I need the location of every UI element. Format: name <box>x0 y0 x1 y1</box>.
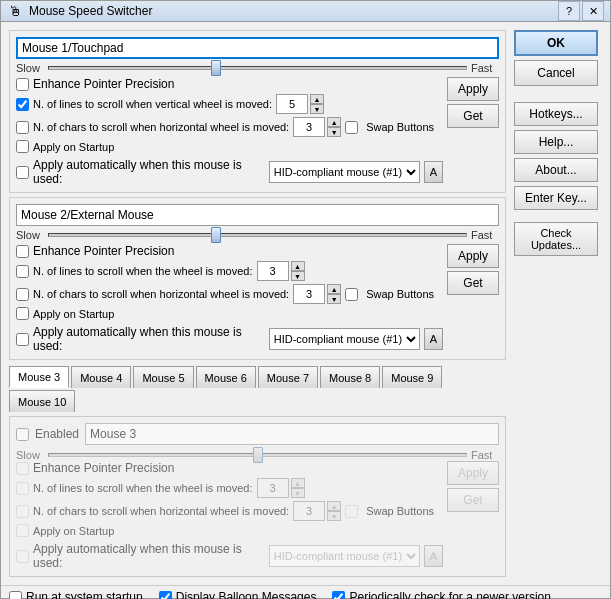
tab-mouse3[interactable]: Mouse 3 <box>9 366 69 388</box>
periodic-checkbox[interactable] <box>332 591 345 600</box>
mouse2-slow-label: Slow <box>16 229 44 241</box>
mouse3-enabled-checkbox[interactable] <box>16 428 29 441</box>
mouse3-fields: Enhance Pointer Precision N. of lines to… <box>16 461 443 570</box>
mouse2-startup-checkbox[interactable] <box>16 307 29 320</box>
mouse1-a-button[interactable]: A <box>424 161 443 183</box>
tab-mouse10[interactable]: Mouse 10 <box>9 390 75 412</box>
mouse3-inline: Enhance Pointer Precision N. of lines to… <box>16 461 499 570</box>
mouse3-name-input[interactable] <box>85 423 499 445</box>
mouse1-section: Slow Fast Enhance Pointer Precision <box>9 30 506 193</box>
tab-mouse6[interactable]: Mouse 6 <box>196 366 256 388</box>
mouse2-device-select[interactable]: HID-compliant mouse (#1) <box>269 328 420 350</box>
mouse2-get-button[interactable]: Get <box>447 271 499 295</box>
mouse3-chars-h-input[interactable] <box>293 501 325 521</box>
mouse3-get-button[interactable]: Get <box>447 488 499 512</box>
mouse1-lines-v-up[interactable]: ▲ <box>310 94 324 104</box>
content-area: Slow Fast Enhance Pointer Precision <box>1 22 610 585</box>
mouse2-auto-row: Apply automatically when this mouse is u… <box>16 325 443 353</box>
mouse3-lines-v-checkbox[interactable] <box>16 482 29 495</box>
cancel-button[interactable]: Cancel <box>514 60 598 86</box>
mouse3-chars-h-label: N. of chars to scroll when horizontal wh… <box>33 505 289 517</box>
mouse2-lines-v-up[interactable]: ▲ <box>291 261 305 271</box>
mouse2-chars-h-input[interactable] <box>293 284 325 304</box>
about-button[interactable]: About... <box>514 158 598 182</box>
mouse2-auto-checkbox[interactable] <box>16 333 29 346</box>
mouse2-speed-row: Slow Fast <box>16 229 499 241</box>
close-button[interactable]: ✕ <box>582 1 604 21</box>
mouse1-lines-v-input[interactable] <box>276 94 308 114</box>
tab-mouse5[interactable]: Mouse 5 <box>133 366 193 388</box>
mouse3-slider-thumb[interactable] <box>253 447 263 463</box>
help-button-right[interactable]: Help... <box>514 130 598 154</box>
balloon-label: Display Balloon Messages <box>159 590 317 599</box>
mouse1-swap-checkbox[interactable] <box>345 121 358 134</box>
mouse3-lines-v-input[interactable] <box>257 478 289 498</box>
mouse3-lines-v-spinner: ▲ ▼ <box>257 478 305 498</box>
hotkeys-button[interactable]: Hotkeys... <box>514 102 598 126</box>
mouse3-chars-h-down[interactable]: ▼ <box>327 511 341 521</box>
mouse3-fast-label: Fast <box>471 449 499 461</box>
mouse2-chars-h-btns: ▲ ▼ <box>327 284 341 304</box>
mouse1-enhance-checkbox[interactable] <box>16 78 29 91</box>
mouse1-startup-checkbox[interactable] <box>16 140 29 153</box>
mouse2-swap-label: Swap Buttons <box>366 288 434 300</box>
tab-mouse9[interactable]: Mouse 9 <box>382 366 442 388</box>
mouse2-lines-v-checkbox[interactable] <box>16 265 29 278</box>
mouse2-chars-h-checkbox[interactable] <box>16 288 29 301</box>
mouse1-slider-track <box>48 66 467 70</box>
mouse1-apply-button[interactable]: Apply <box>447 77 499 101</box>
mouse1-lines-v-down[interactable]: ▼ <box>310 104 324 114</box>
app-icon: 🖱 <box>7 3 23 19</box>
mouse1-chars-h-down[interactable]: ▼ <box>327 127 341 137</box>
mouse1-auto-checkbox[interactable] <box>16 166 29 179</box>
tab-mouse7[interactable]: Mouse 7 <box>258 366 318 388</box>
mouse3-swap-checkbox[interactable] <box>345 505 358 518</box>
mouse2-swap-checkbox[interactable] <box>345 288 358 301</box>
mouse2-lines-v-down[interactable]: ▼ <box>291 271 305 281</box>
mouse1-apply-get: Apply Get <box>447 77 499 128</box>
mouse3-chars-h-up[interactable]: ▲ <box>327 501 341 511</box>
tab-mouse8[interactable]: Mouse 8 <box>320 366 380 388</box>
mouse1-slider-thumb[interactable] <box>211 60 221 76</box>
mouse2-name-input[interactable] <box>16 204 499 226</box>
mouse-tabs: Mouse 3 Mouse 4 Mouse 5 Mouse 6 Mouse 7 … <box>9 366 506 412</box>
enter-key-button[interactable]: Enter Key... <box>514 186 598 210</box>
mouse1-name-input[interactable] <box>16 37 499 59</box>
mouse2-slider-thumb[interactable] <box>211 227 221 243</box>
mouse3-enhance-checkbox[interactable] <box>16 462 29 475</box>
mouse1-chars-h-up[interactable]: ▲ <box>327 117 341 127</box>
mouse3-speed-row: Slow Fast <box>16 449 499 461</box>
mouse1-chars-h-checkbox[interactable] <box>16 121 29 134</box>
mouse3-lines-v-down[interactable]: ▼ <box>291 488 305 498</box>
mouse1-lines-v-checkbox[interactable] <box>16 98 29 111</box>
run-startup-checkbox[interactable] <box>9 591 22 600</box>
mouse3-startup-checkbox[interactable] <box>16 524 29 537</box>
mouse3-enhance-row: Enhance Pointer Precision <box>16 461 443 475</box>
mouse2-chars-h-down[interactable]: ▼ <box>327 294 341 304</box>
mouse3-chars-h-spinner: ▲ ▼ <box>293 501 341 521</box>
mouse2-a-button[interactable]: A <box>424 328 443 350</box>
mouse1-chars-h-input[interactable] <box>293 117 325 137</box>
balloon-checkbox[interactable] <box>159 591 172 600</box>
mouse1-device-select[interactable]: HID-compliant mouse (#1) <box>269 161 420 183</box>
mouse2-enhance-checkbox[interactable] <box>16 245 29 258</box>
mouse2-chars-h-up[interactable]: ▲ <box>327 284 341 294</box>
mouse1-chars-h-label: N. of chars to scroll when horizontal wh… <box>33 121 289 133</box>
mouse3-lines-v-up[interactable]: ▲ <box>291 478 305 488</box>
tab-mouse4[interactable]: Mouse 4 <box>71 366 131 388</box>
mouse3-apply-get: Apply Get <box>447 461 499 512</box>
mouse3-chars-h-checkbox[interactable] <box>16 505 29 518</box>
mouse3-a-button[interactable]: A <box>424 545 443 567</box>
mouse2-lines-v-input[interactable] <box>257 261 289 281</box>
mouse2-lines-v-row: N. of lines to scroll when the wheel is … <box>16 261 443 281</box>
mouse3-device-select[interactable]: HID-compliant mouse (#1) <box>269 545 420 567</box>
bottom-row1: Run at system startup Display Balloon Me… <box>9 590 602 599</box>
mouse2-apply-button[interactable]: Apply <box>447 244 499 268</box>
help-button[interactable]: ? <box>558 1 580 21</box>
mouse3-apply-button[interactable]: Apply <box>447 461 499 485</box>
mouse1-get-button[interactable]: Get <box>447 104 499 128</box>
ok-cancel-group: OK Cancel <box>514 30 602 86</box>
check-updates-button[interactable]: Check Updates... <box>514 222 598 256</box>
mouse3-auto-checkbox[interactable] <box>16 550 29 563</box>
ok-button[interactable]: OK <box>514 30 598 56</box>
